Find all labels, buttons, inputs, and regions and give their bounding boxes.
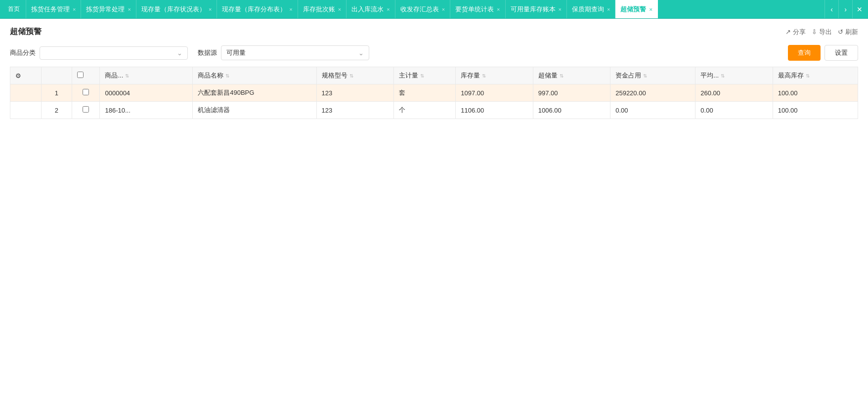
- nav-tab-available[interactable]: 可用量库存账本 ×: [506, 0, 567, 19]
- row-stock: 1097.00: [456, 84, 533, 102]
- query-button[interactable]: 查询: [788, 45, 821, 61]
- th-unit[interactable]: 主计量 ⇅: [394, 67, 456, 84]
- row-checkbox-cell[interactable]: [72, 102, 100, 119]
- share-button[interactable]: ↗ 分享: [785, 28, 806, 37]
- nav-tab-batch-close[interactable]: ×: [338, 6, 341, 12]
- th-capital-label: 资金占用: [615, 71, 641, 80]
- th-maxstock[interactable]: 最高库存 ⇅: [773, 67, 858, 84]
- nav-tab-expiry[interactable]: 保质期查询 ×: [567, 0, 615, 19]
- th-stock[interactable]: 库存量 ⇅: [456, 67, 533, 84]
- th-overstock-label: 超储量: [538, 71, 558, 80]
- nav-tab-task-close[interactable]: ×: [73, 6, 76, 12]
- row-checkbox[interactable]: [83, 106, 89, 113]
- settings-button[interactable]: 设置: [825, 45, 858, 61]
- row-name: 机油滤清器: [193, 102, 316, 119]
- th-code[interactable]: 商品... ⇅: [100, 67, 193, 84]
- nav-tab-order-stat[interactable]: 要货单统计表 ×: [450, 0, 505, 19]
- th-name-sort-icon: ⇅: [225, 73, 229, 79]
- nav-tab-overstock-close[interactable]: ×: [649, 6, 652, 12]
- th-settings[interactable]: ⚙: [10, 67, 42, 84]
- row-capital: 259220.00: [610, 84, 695, 102]
- row-stock: 1106.00: [456, 102, 533, 119]
- nav-tab-exception[interactable]: 拣货异常处理 ×: [81, 0, 136, 19]
- th-maxstock-sort-icon: ⇅: [806, 73, 810, 79]
- row-code: 186-10...: [100, 102, 193, 119]
- nav-tab-summary[interactable]: 收发存汇总表 ×: [395, 0, 450, 19]
- th-spec-label: 规格型号: [322, 71, 347, 80]
- nav-tab-task[interactable]: 拣货任务管理 ×: [26, 0, 81, 19]
- nav-tab-order-stat-close[interactable]: ×: [497, 6, 500, 12]
- nav-tab-flow-close[interactable]: ×: [387, 6, 390, 12]
- th-capital-sort-icon: ⇅: [643, 73, 647, 79]
- nav-tab-batch-label: 库存批次账: [303, 5, 335, 14]
- th-checkbox[interactable]: [72, 67, 100, 84]
- nav-tab-task-label: 拣货任务管理: [31, 5, 70, 14]
- page-title: 超储预警: [10, 27, 42, 37]
- row-avg: 260.00: [695, 84, 773, 102]
- refresh-button[interactable]: ↺ 刷新: [838, 28, 858, 37]
- category-label: 商品分类: [10, 48, 36, 57]
- row-num: 1: [41, 84, 72, 102]
- datasource-select[interactable]: 可用量 ⌄: [221, 45, 369, 60]
- nav-next-btn[interactable]: ›: [838, 0, 852, 19]
- th-capital[interactable]: 资金占用 ⇅: [610, 67, 695, 84]
- nav-tab-flow[interactable]: 出入库流水 ×: [347, 0, 395, 19]
- th-stock-sort-icon: ⇅: [482, 73, 486, 79]
- row-gear-cell: [10, 84, 42, 102]
- nav-tab-available-label: 可用量库存账本: [511, 5, 556, 14]
- row-code: 0000004: [100, 84, 193, 102]
- select-all-checkbox[interactable]: [77, 72, 84, 78]
- th-avg-sort-icon: ⇅: [721, 73, 725, 79]
- datasource-chevron-icon: ⌄: [358, 49, 364, 57]
- nav-tab-expiry-close[interactable]: ×: [607, 6, 610, 12]
- nav-tab-flow-label: 出入库流水: [351, 5, 384, 14]
- th-avg[interactable]: 平均... ⇅: [695, 67, 773, 84]
- nav-tab-overstock[interactable]: 超储预警 ×: [615, 0, 657, 19]
- nav-tab-stock-dist[interactable]: 现存量（库存分布表） ×: [217, 0, 298, 19]
- export-button[interactable]: ⇩ 导出: [812, 28, 832, 37]
- nav-tab-exception-close[interactable]: ×: [128, 6, 130, 12]
- datasource-label: 数据源: [198, 48, 217, 57]
- th-spec-sort-icon: ⇅: [349, 73, 353, 79]
- nav-tab-batch[interactable]: 库存批次账 ×: [298, 0, 347, 19]
- nav-tab-summary-label: 收发存汇总表: [400, 5, 439, 14]
- th-maxstock-label: 最高库存: [778, 71, 804, 80]
- row-spec: 123: [316, 102, 393, 119]
- row-maxstock: 100.00: [773, 84, 858, 102]
- nav-tab-stock-status-label: 现存量（库存状况表）: [141, 5, 206, 14]
- nav-tab-stock-status-close[interactable]: ×: [209, 6, 212, 12]
- export-label: 导出: [819, 28, 832, 37]
- th-spec[interactable]: 规格型号 ⇅: [316, 67, 393, 84]
- th-avg-label: 平均...: [700, 71, 719, 80]
- nav-tab-order-stat-label: 要货单统计表: [455, 5, 494, 14]
- row-maxstock: 100.00: [773, 102, 858, 119]
- nav-tab-expiry-label: 保质期查询: [572, 5, 604, 14]
- nav-tab-stock-dist-close[interactable]: ×: [289, 6, 292, 12]
- th-unit-label: 主计量: [399, 71, 418, 80]
- datasource-filter: 数据源 可用量 ⌄: [198, 45, 369, 60]
- nav-tab-available-close[interactable]: ×: [559, 6, 562, 12]
- category-select[interactable]: ⌄: [40, 46, 188, 60]
- row-avg: 0.00: [695, 102, 773, 119]
- row-checkbox[interactable]: [83, 89, 89, 95]
- th-code-sort-icon: ⇅: [125, 73, 129, 79]
- nav-prev-btn[interactable]: ‹: [825, 0, 838, 19]
- table-row: 1 0000004 六配套新昌490BPG 123 套 1097.00 997.…: [10, 84, 858, 102]
- table-row: 2 186-10... 机油滤清器 123 个 1106.00 1006.00 …: [10, 102, 858, 119]
- row-unit: 个: [394, 102, 456, 119]
- export-icon: ⇩: [812, 28, 817, 36]
- th-name[interactable]: 商品名称 ⇅: [193, 67, 316, 84]
- row-overstock: 1006.00: [533, 102, 610, 119]
- row-checkbox-cell[interactable]: [72, 84, 100, 102]
- filter-row: 商品分类 ⌄ 数据源 可用量 ⌄ 查询 设置: [10, 45, 858, 61]
- datasource-select-value: 可用量: [226, 48, 246, 57]
- nav-tab-summary-close[interactable]: ×: [442, 6, 445, 12]
- row-unit: 套: [394, 84, 456, 102]
- nav-close-all-btn[interactable]: ✕: [852, 0, 866, 19]
- refresh-label: 刷新: [845, 28, 858, 37]
- nav-home[interactable]: 首页: [2, 0, 26, 19]
- nav-tab-stock-status[interactable]: 现存量（库存状况表） ×: [136, 0, 217, 19]
- category-chevron-icon: ⌄: [177, 49, 182, 57]
- table-body: 1 0000004 六配套新昌490BPG 123 套 1097.00 997.…: [10, 84, 858, 119]
- th-overstock[interactable]: 超储量 ⇅: [533, 67, 610, 84]
